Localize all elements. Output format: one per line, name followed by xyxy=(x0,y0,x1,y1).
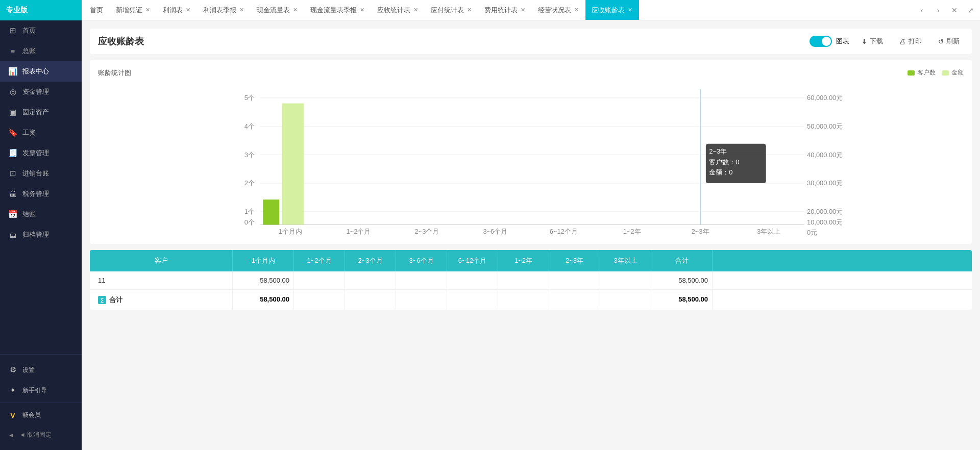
tab-cashflow-close[interactable]: ✕ xyxy=(293,7,298,13)
td-summary-y1-2 xyxy=(498,290,549,310)
tab-scroll-left[interactable]: ‹ xyxy=(915,3,929,17)
tab-receivable-stat[interactable]: 应收统计表 ✕ xyxy=(371,0,425,20)
print-button[interactable]: 🖨 打印 xyxy=(895,35,926,48)
td-m6-12-0 xyxy=(447,271,498,289)
tab-cashflow-quarterly-label: 现金流量表季报 xyxy=(310,6,357,15)
sidebar-item-member[interactable]: V 畅会员 xyxy=(0,405,82,425)
sidebar-item-funds[interactable]: ◎ 资金管理 xyxy=(0,82,82,102)
header-actions: 图表 ⬇ 下载 🖨 打印 ↺ 刷新 xyxy=(810,35,964,48)
page-title: 应收账龄表 xyxy=(98,35,810,47)
print-icon: 🖨 xyxy=(899,38,906,45)
svg-text:6~12个月: 6~12个月 xyxy=(550,228,578,235)
tab-cashflow-quarterly[interactable]: 现金流量表季报 ✕ xyxy=(304,0,371,20)
sidebar-item-member-label: 畅会员 xyxy=(22,411,41,419)
chart-toggle[interactable] xyxy=(810,36,832,47)
chart-tooltip-period: 2~3年 xyxy=(709,147,727,155)
tab-cashflow[interactable]: 现金流量表 ✕ xyxy=(251,0,304,20)
member-icon: V xyxy=(8,411,17,419)
sidebar-item-reports-label: 报表中心 xyxy=(22,67,49,76)
chart-toggle-container: 图表 xyxy=(810,36,849,47)
sidebar-item-reports[interactable]: 📊 报表中心 xyxy=(0,61,82,82)
tab-expand[interactable]: ⤢ xyxy=(964,3,978,17)
tab-aging[interactable]: 应收账龄表 ✕ xyxy=(585,0,639,20)
svg-text:4个: 4个 xyxy=(244,122,255,130)
svg-text:60,000.00元: 60,000.00元 xyxy=(807,94,843,102)
home-icon: ⊞ xyxy=(8,26,17,35)
tab-profit[interactable]: 利润表 ✕ xyxy=(157,0,197,20)
sidebar-item-salary[interactable]: 🔖 工资 xyxy=(0,122,82,143)
sidebar-item-archive[interactable]: 🗂 归档管理 xyxy=(0,224,82,245)
sidebar-item-settings-label: 设置 xyxy=(22,366,35,374)
tab-payable-stat[interactable]: 应付统计表 ✕ xyxy=(425,0,478,20)
unpin-sidebar-button[interactable]: ◄ ◄ 取消固定 xyxy=(0,425,82,445)
download-button[interactable]: ⬇ 下载 xyxy=(857,35,887,48)
svg-text:40,000.00元: 40,000.00元 xyxy=(807,151,843,159)
legend-customers: 客户数 xyxy=(908,68,936,77)
tab-home[interactable]: 首页 xyxy=(84,0,110,20)
sidebar-item-funds-label: 资金管理 xyxy=(22,87,49,96)
print-label: 打印 xyxy=(909,37,922,46)
tab-expense-close[interactable]: ✕ xyxy=(521,7,525,13)
td-y1-2-0 xyxy=(498,271,549,289)
svg-text:30,000.00元: 30,000.00元 xyxy=(807,179,843,187)
td-summary-m2-3 xyxy=(345,290,396,310)
td-summary-m1: 58,500.00 xyxy=(233,290,294,310)
tab-voucher[interactable]: 新增凭证 ✕ xyxy=(110,0,157,20)
tab-voucher-close[interactable]: ✕ xyxy=(145,7,150,13)
tab-operations[interactable]: 经营状况表 ✕ xyxy=(532,0,585,20)
tab-operations-close[interactable]: ✕ xyxy=(574,7,579,13)
td-summary-m3-6 xyxy=(396,290,447,310)
sidebar-item-ledger[interactable]: ≡ 总账 xyxy=(0,41,82,61)
svg-text:1个: 1个 xyxy=(244,208,255,215)
close-accounts-icon: 📅 xyxy=(8,210,17,219)
sidebar-item-close-accounts[interactable]: 📅 结账 xyxy=(0,204,82,224)
svg-text:3年以上: 3年以上 xyxy=(757,228,780,235)
sidebar-item-inventory[interactable]: ⊡ 进销台账 xyxy=(0,163,82,184)
settings-icon: ⚙ xyxy=(8,365,17,374)
reports-icon: 📊 xyxy=(8,67,17,76)
svg-text:20,000.00元: 20,000.00元 xyxy=(807,208,843,215)
th-y1-2: 1~2年 xyxy=(498,250,549,271)
tab-home-label: 首页 xyxy=(90,6,103,15)
chart-title: 账龄统计图 xyxy=(98,68,964,78)
tab-payable-stat-close[interactable]: ✕ xyxy=(467,7,472,13)
svg-text:3个: 3个 xyxy=(244,151,255,159)
sidebar-item-tax[interactable]: 🏛 税务管理 xyxy=(0,184,82,204)
tab-receivable-stat-close[interactable]: ✕ xyxy=(413,7,418,13)
main-content: 首页 新增凭证 ✕ 利润表 ✕ 利润表季报 ✕ 现金流量表 ✕ 现金流量表季报 … xyxy=(82,0,980,450)
sidebar-item-assets[interactable]: ▣ 固定资产 xyxy=(0,102,82,122)
sidebar-item-close-accounts-label: 结账 xyxy=(22,210,36,219)
th-m6-12: 6~12个月 xyxy=(447,250,498,271)
sidebar-item-home[interactable]: ⊞ 首页 xyxy=(0,20,82,41)
th-y3plus: 3年以上 xyxy=(600,250,651,271)
inventory-icon: ⊡ xyxy=(8,169,17,178)
tab-aging-close[interactable]: ✕ xyxy=(628,7,632,13)
sidebar-item-invoice[interactable]: 🧾 发票管理 xyxy=(0,143,82,163)
svg-text:1个月内: 1个月内 xyxy=(278,228,302,235)
ledger-icon: ≡ xyxy=(8,47,17,56)
chart-area: 账龄统计图 客户数 金额 5个 4个 3个 2个 1个 0个 xyxy=(90,60,972,244)
svg-text:0元: 0元 xyxy=(807,229,817,236)
assets-icon: ▣ xyxy=(8,108,17,117)
table-row: 11 58,500.00 58,500.00 xyxy=(90,271,972,290)
tab-cashflow-quarterly-close[interactable]: ✕ xyxy=(360,7,364,13)
tab-close-all[interactable]: ✕ xyxy=(947,3,962,17)
sidebar-item-settings[interactable]: ⚙ 设置 xyxy=(0,360,82,380)
sidebar-item-guide-label: 新手引导 xyxy=(22,386,47,395)
tab-scroll-right[interactable]: › xyxy=(931,3,945,17)
salary-icon: 🔖 xyxy=(8,128,17,137)
refresh-button[interactable]: ↺ 刷新 xyxy=(934,35,964,48)
table-summary-row: ∑ 合计 58,500.00 58,500.00 xyxy=(90,290,972,310)
tab-profit-close[interactable]: ✕ xyxy=(186,7,190,13)
sidebar-item-tax-label: 税务管理 xyxy=(22,189,49,198)
unpin-label: ◄ 取消固定 xyxy=(19,431,52,439)
tab-bar: 首页 新增凭证 ✕ 利润表 ✕ 利润表季报 ✕ 现金流量表 ✕ 现金流量表季报 … xyxy=(82,0,980,20)
bar-customers-1 xyxy=(263,199,279,224)
svg-text:50,000.00元: 50,000.00元 xyxy=(807,122,843,130)
sidebar-item-guide[interactable]: ✦ 新手引导 xyxy=(0,380,82,401)
tab-profit-quarterly[interactable]: 利润表季报 ✕ xyxy=(197,0,251,20)
tab-profit-quarterly-close[interactable]: ✕ xyxy=(239,7,244,13)
svg-text:5个: 5个 xyxy=(244,94,255,102)
tab-expense[interactable]: 费用统计表 ✕ xyxy=(478,0,532,20)
chart-legend: 客户数 金额 xyxy=(908,68,964,77)
